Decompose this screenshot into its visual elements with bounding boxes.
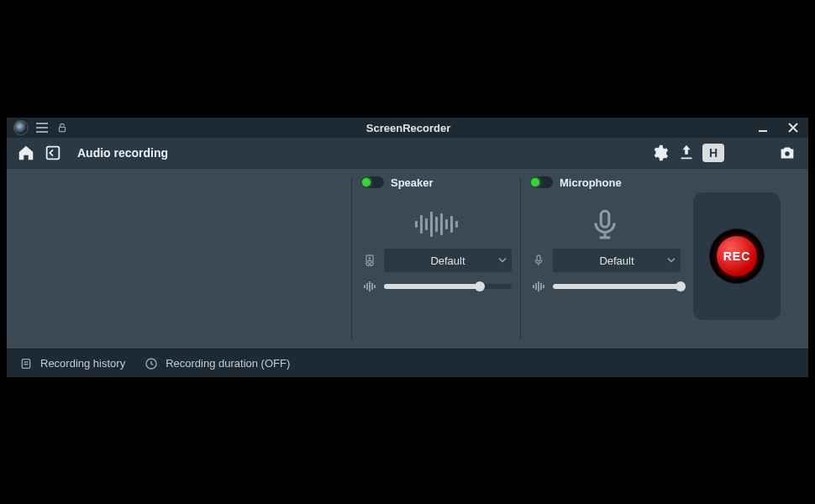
speaker-waveform-icon [360,201,512,248]
record-button[interactable]: REC [709,228,765,284]
microphone-panel: Microphone Default [521,169,689,349]
record-area: REC [689,169,791,349]
svg-rect-9 [601,211,609,227]
slider-knob-icon [676,281,686,291]
minimize-icon [757,122,769,134]
titlebar-right [748,118,808,138]
chevron-down-icon [667,255,676,267]
speaker-header: Speaker [360,174,512,191]
record-panel: REC [693,192,781,320]
app-logo-icon[interactable] [13,120,29,135]
speaker-device-value: Default [430,255,465,267]
microphone-volume-slider[interactable] [553,284,681,289]
speaker-label: Speaker [391,176,434,189]
hamburger-icon [36,123,48,133]
svg-rect-12 [537,255,540,261]
lock-button[interactable] [55,121,69,134]
speaker-volume-row [360,281,512,291]
toggle-knob-icon [531,178,539,186]
microphone-device-icon [529,251,548,270]
main-area: Speaker Default [7,168,808,349]
camera-icon [778,144,797,162]
speaker-toggle[interactable] [360,176,384,188]
app-window: ScreenRecorder Audio rec [7,118,808,377]
svg-point-8 [369,258,370,259]
speaker-device-select[interactable]: Default [384,249,512,272]
slider-track [553,284,681,289]
upload-button[interactable] [674,140,699,165]
microphone-device-row: Default [529,248,681,273]
duration-icon [144,356,159,371]
gear-icon [650,144,669,162]
close-icon [787,122,799,134]
speaker-panel: Speaker Default [352,169,520,349]
history-label: Recording history [40,357,125,370]
slider-track [384,284,480,289]
speaker-device-row: Default [360,248,512,273]
home-button[interactable] [13,140,39,165]
microphone-device-value: Default [599,255,634,267]
lock-icon [56,122,68,134]
microphone-label: Microphone [560,176,622,189]
left-spacer [7,169,351,349]
recording-duration-button[interactable]: Recording duration (OFF) [144,356,290,371]
speaker-volume-icon [360,281,379,291]
history-icon [18,356,34,371]
slider-knob-icon [475,281,485,291]
h-button[interactable]: H [701,140,726,165]
footer-bar: Recording history Recording duration (OF… [7,349,808,377]
speaker-volume-slider[interactable] [384,284,512,289]
mode-label: Audio recording [77,146,168,160]
toggle-knob-icon [362,178,371,186]
svg-rect-4 [47,147,60,160]
record-label: REC [723,249,751,263]
svg-rect-0 [60,127,66,131]
window-title: ScreenRecorder [69,122,748,134]
title-bar: ScreenRecorder [7,118,808,138]
minimize-button[interactable] [748,118,778,138]
svg-point-5 [785,151,790,156]
screenshot-button[interactable] [775,140,800,165]
back-button[interactable] [40,140,66,165]
chevron-down-icon [498,255,507,267]
home-icon [17,144,35,162]
microphone-device-select[interactable]: Default [553,249,681,272]
microphone-icon [589,208,621,240]
microphone-toggle[interactable] [529,176,553,188]
menu-button[interactable] [35,121,49,134]
record-icon: REC [717,236,757,276]
duration-label: Recording duration (OFF) [166,357,290,370]
toolbar: Audio recording H [7,138,808,168]
close-button[interactable] [778,118,808,138]
microphone-header: Microphone [529,174,681,191]
microphone-volume-row [529,281,681,291]
back-icon [44,144,62,162]
microphone-big-icon [529,201,681,248]
upload-icon [677,144,696,162]
waveform-icon [415,212,458,237]
titlebar-left [7,120,69,135]
speaker-device-icon [360,251,379,270]
svg-point-7 [368,260,371,264]
microphone-volume-icon [529,281,548,291]
recording-history-button[interactable]: Recording history [18,356,125,371]
h-badge-icon: H [702,144,724,162]
settings-button[interactable] [647,140,672,165]
